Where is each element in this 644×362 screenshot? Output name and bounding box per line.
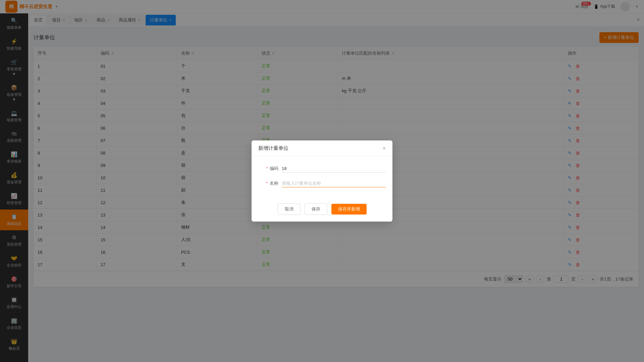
code-input[interactable]: [282, 165, 386, 173]
save-and-new-button[interactable]: 保存并新增: [331, 204, 367, 215]
cancel-button[interactable]: 取消: [278, 203, 301, 215]
modal-close-button[interactable]: ×: [383, 145, 386, 152]
required-marker: *: [266, 181, 268, 186]
name-form-row: * 名称: [258, 179, 386, 187]
code-form-row: * 编码: [258, 165, 386, 173]
add-measure-unit-modal: 新增计量单位 × * 编码 * 名称 取消 保存 保存并新增: [252, 140, 392, 222]
save-button[interactable]: 保存: [305, 203, 327, 215]
modal-footer: 取消 保存 保存并新增: [252, 199, 392, 222]
code-label: * 编码: [258, 166, 278, 172]
required-marker: *: [266, 166, 268, 171]
name-label: * 名称: [258, 180, 278, 186]
name-input[interactable]: [282, 179, 386, 187]
modal-header: 新增计量单位 ×: [252, 140, 392, 157]
modal-body: * 编码 * 名称: [252, 157, 392, 199]
modal-title: 新增计量单位: [258, 145, 288, 152]
modal-overlay: 新增计量单位 × * 编码 * 名称 取消 保存 保存并新增: [0, 0, 644, 362]
